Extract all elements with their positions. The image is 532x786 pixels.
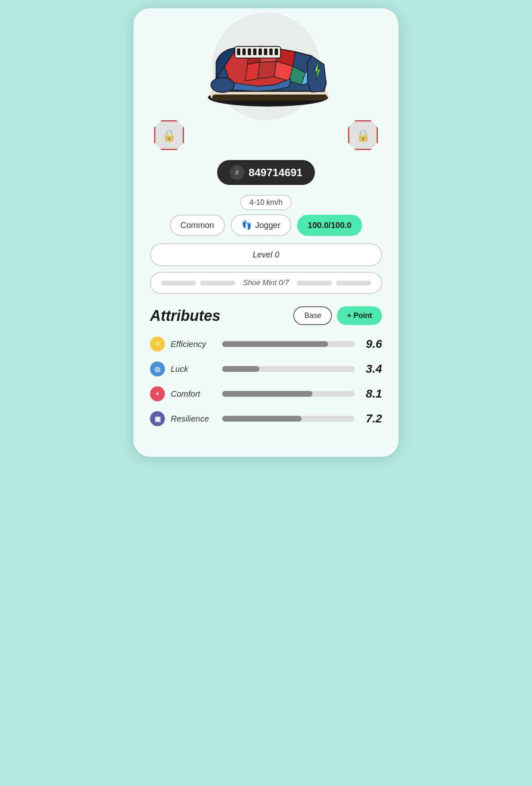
attr-row-resilience: ▣ Resilience 7.2 xyxy=(150,411,382,426)
svg-rect-18 xyxy=(269,49,273,55)
mint-label: Shoe Mint 0/7 xyxy=(239,279,292,287)
type-tag: 👣 Jogger xyxy=(231,214,291,236)
attr-icon-resilience: ▣ xyxy=(150,411,165,426)
speed-badge: 4-10 km/h xyxy=(240,195,292,210)
attribute-list: ≡ Efficiency 9.6 ◎ Luck 3.4 + Comfort 8.… xyxy=(150,337,382,426)
attr-icon-efficiency: ≡ xyxy=(150,337,165,352)
sneaker-id-pill: # 849714691 xyxy=(217,160,315,185)
svg-rect-14 xyxy=(248,49,251,55)
mint-segment-3 xyxy=(297,281,332,286)
attributes-header: Attributes Base + Point xyxy=(150,306,382,325)
attr-row-efficiency: ≡ Efficiency 9.6 xyxy=(150,337,382,352)
type-icon: 👣 xyxy=(242,220,252,230)
attr-icon-comfort: + xyxy=(150,386,165,401)
attr-bar-fill-comfort xyxy=(222,391,312,397)
attr-bar-fill-resilience xyxy=(222,416,302,422)
attr-icon-luck: ◎ xyxy=(150,361,165,376)
durability-tag: 100.0/100.0 xyxy=(297,215,363,236)
type-label: Jogger xyxy=(255,221,281,230)
attr-value-luck: 3.4 xyxy=(360,362,382,376)
attr-value-resilience: 7.2 xyxy=(360,412,382,425)
sneaker-id: 849714691 xyxy=(249,166,302,179)
attr-bar-luck xyxy=(222,366,355,372)
locks-row xyxy=(150,120,382,150)
phone-card: # 849714691 4-10 km/h Common 👣 Jogger 10… xyxy=(133,8,399,457)
attr-bar-fill-efficiency xyxy=(222,341,328,347)
lock-button-left[interactable] xyxy=(154,120,184,150)
attr-label-comfort: Comfort xyxy=(171,389,216,399)
id-badge-row: # 849714691 xyxy=(150,160,382,185)
attributes-title: Attributes xyxy=(150,307,220,325)
mint-segment-1 xyxy=(161,281,196,286)
sneaker-area xyxy=(150,21,382,112)
attr-label-luck: Luck xyxy=(171,364,216,374)
attr-buttons: Base + Point xyxy=(293,306,382,325)
svg-rect-2 xyxy=(212,95,327,100)
svg-rect-15 xyxy=(253,49,256,55)
attr-bar-comfort xyxy=(222,391,355,397)
rarity-tag: Common xyxy=(170,215,225,236)
lock-button-right[interactable] xyxy=(348,120,378,150)
mint-segment-2 xyxy=(200,281,235,286)
attr-bar-resilience xyxy=(222,416,355,422)
attr-row-luck: ◎ Luck 3.4 xyxy=(150,361,382,376)
attr-bar-fill-luck xyxy=(222,366,259,372)
attr-row-comfort: + Comfort 8.1 xyxy=(150,386,382,401)
sneaker-image xyxy=(196,25,336,108)
attr-value-efficiency: 9.6 xyxy=(360,337,382,351)
point-button[interactable]: + Point xyxy=(337,306,382,325)
mint-bar-wrap: Shoe Mint 0/7 xyxy=(150,272,382,294)
base-button[interactable]: Base xyxy=(293,306,332,325)
svg-rect-16 xyxy=(259,49,262,55)
mint-segment-4 xyxy=(336,281,371,286)
svg-rect-12 xyxy=(237,49,240,55)
tags-row: Common 👣 Jogger 100.0/100.0 xyxy=(150,214,382,236)
svg-rect-11 xyxy=(235,46,281,58)
attr-label-efficiency: Efficiency xyxy=(171,340,216,349)
hash-icon: # xyxy=(230,165,244,180)
level-bar: Level 0 xyxy=(150,243,382,266)
attr-bar-efficiency xyxy=(222,341,355,347)
svg-point-21 xyxy=(211,78,234,92)
attr-value-comfort: 8.1 xyxy=(360,387,382,400)
attr-label-resilience: Resilience xyxy=(171,414,216,424)
svg-rect-17 xyxy=(264,49,267,55)
svg-rect-19 xyxy=(275,49,278,55)
speed-badge-row: 4-10 km/h xyxy=(150,195,382,210)
svg-marker-7 xyxy=(258,61,276,79)
svg-rect-13 xyxy=(242,49,246,55)
